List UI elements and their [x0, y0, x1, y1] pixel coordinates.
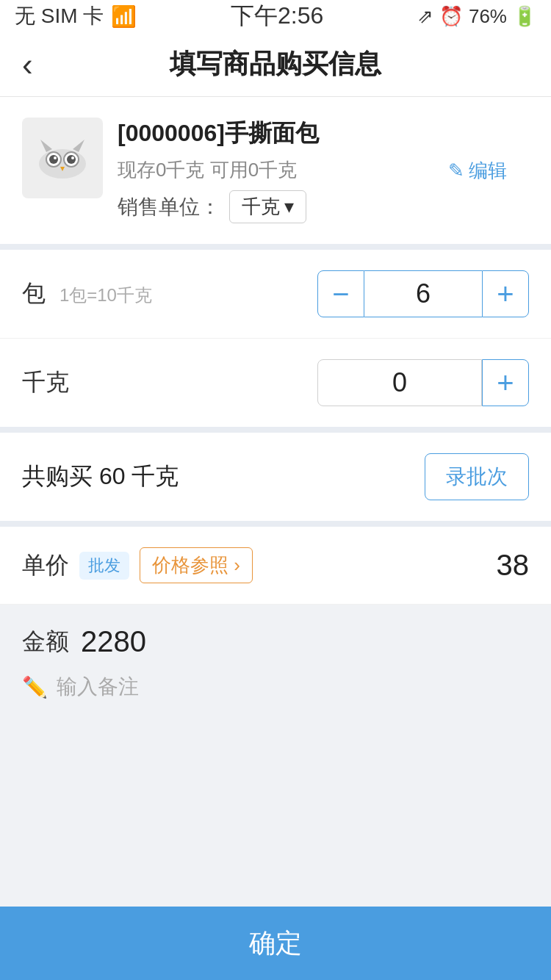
bao-label-group: 包 1包=10千克: [22, 278, 152, 310]
status-bar: 无 SIM 卡 📶 下午2:56 ⇗ ⏰ 76% 🔋: [0, 0, 551, 32]
kg-input[interactable]: [317, 359, 482, 406]
price-value: 38: [497, 549, 530, 582]
svg-point-5: [49, 155, 58, 164]
kg-label: 千克: [22, 367, 69, 399]
bao-hint: 1包=10千克: [60, 285, 152, 305]
svg-marker-2: [73, 140, 84, 152]
page-title: 填写商品购买信息: [170, 46, 381, 82]
bao-quantity-row: 包 1包=10千克 − +: [0, 250, 551, 339]
edit-icon: ✎: [448, 159, 464, 182]
nav-bar: ‹ 填写商品购买信息: [0, 32, 551, 97]
wifi-icon: 📶: [111, 4, 137, 29]
unit-label: 销售单位：: [118, 193, 220, 221]
summary-row: 共购买 60 千克 录批次: [0, 433, 551, 527]
edit-button[interactable]: ✎ 编辑: [448, 158, 507, 184]
status-time: 下午2:56: [231, 0, 323, 32]
kg-plus-button[interactable]: +: [482, 359, 529, 406]
product-unit-row: 销售单位： 千克 ▾: [118, 190, 529, 223]
pencil-icon: ✏️: [22, 675, 48, 699]
batch-button[interactable]: 录批次: [425, 453, 529, 500]
svg-point-0: [39, 149, 86, 179]
bao-minus-button[interactable]: −: [317, 270, 364, 317]
battery-text: 76%: [469, 5, 507, 28]
alarm-icon: ⏰: [439, 5, 463, 28]
product-info: [0000006]手撕面包 现存0千克 可用0千克 销售单位： 千克 ▾ ✎ 编…: [118, 118, 529, 223]
confirm-label: 确定: [249, 926, 302, 962]
status-left: 无 SIM 卡 📶: [15, 2, 137, 30]
svg-marker-1: [40, 140, 52, 152]
kg-controls: +: [317, 359, 529, 406]
price-label: 单价: [22, 550, 69, 582]
product-name: [0000006]手撕面包: [118, 118, 529, 150]
svg-point-7: [54, 156, 57, 159]
confirm-button[interactable]: 确定: [0, 907, 551, 980]
unit-select[interactable]: 千克 ▾: [229, 190, 306, 223]
summary-text: 共购买 60 千克: [22, 461, 179, 493]
amount-label: 金额: [22, 626, 69, 658]
location-icon: ⇗: [417, 5, 433, 28]
amount-section: 金额 2280 ✏️ 输入备注: [0, 605, 551, 716]
status-right: ⇗ ⏰ 76% 🔋: [417, 5, 536, 28]
amount-row: 金额 2280: [22, 625, 529, 658]
svg-point-8: [71, 156, 74, 159]
bao-label: 包: [22, 280, 46, 306]
chevron-down-icon: ▾: [284, 195, 294, 218]
price-ref-button[interactable]: 价格参照 ›: [140, 547, 253, 583]
quantity-section: 包 1包=10千克 − + 千克 +: [0, 250, 551, 433]
bao-controls: − +: [317, 270, 529, 317]
remark-row[interactable]: ✏️ 输入备注: [22, 673, 529, 701]
bao-plus-button[interactable]: +: [482, 270, 529, 317]
svg-point-6: [67, 155, 76, 164]
product-card: [0000006]手撕面包 现存0千克 可用0千克 销售单位： 千克 ▾ ✎ 编…: [0, 97, 551, 250]
sim-status: 无 SIM 卡: [15, 2, 104, 30]
product-thumbnail: [22, 118, 103, 198]
amount-value: 2280: [81, 625, 146, 658]
price-type-tag: 批发: [79, 552, 129, 580]
bao-input[interactable]: [364, 270, 482, 317]
price-left: 单价 批发 价格参照 ›: [22, 547, 253, 583]
kg-quantity-row: 千克 +: [0, 339, 551, 427]
battery-icon: 🔋: [513, 5, 536, 28]
remark-placeholder[interactable]: 输入备注: [57, 673, 139, 701]
back-button[interactable]: ‹: [22, 48, 33, 81]
price-section: 单价 批发 价格参照 › 38: [0, 527, 551, 605]
